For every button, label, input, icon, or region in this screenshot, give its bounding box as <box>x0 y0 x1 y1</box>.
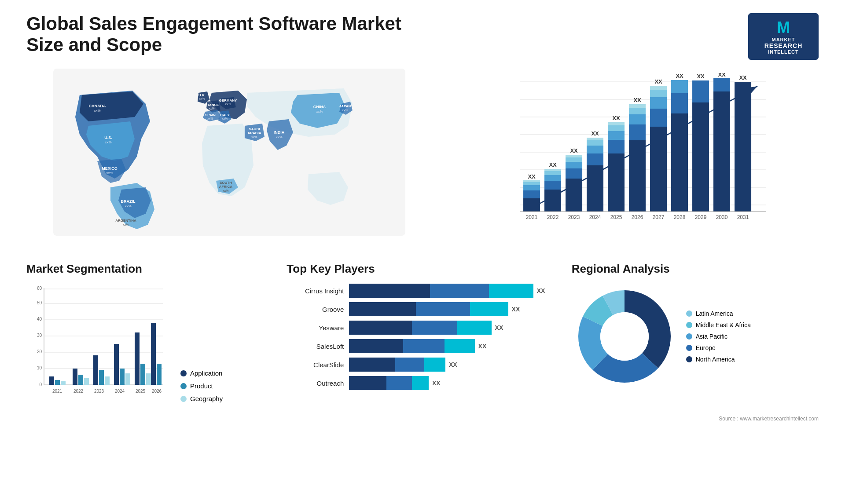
svg-text:2028: 2028 <box>674 214 686 220</box>
svg-rect-142 <box>140 364 145 385</box>
player-name-clearslide: ClearSlide <box>287 361 344 369</box>
svg-text:xx%: xx% <box>94 109 100 113</box>
legend-north-america: North America <box>686 356 751 363</box>
svg-rect-64 <box>587 140 603 146</box>
segmentation-chart: 0 10 20 30 40 50 60 <box>26 284 273 407</box>
svg-rect-138 <box>120 369 125 385</box>
player-name-yesware: Yesware <box>287 324 344 332</box>
legend-europe: Europe <box>686 344 751 351</box>
svg-rect-46 <box>523 182 540 185</box>
svg-rect-61 <box>587 165 603 212</box>
geography-dot <box>180 396 187 402</box>
header: Global Sales Engagement Software Market … <box>26 13 819 60</box>
player-row-groove: Groove XX <box>287 302 558 316</box>
svg-text:CHINA: CHINA <box>313 105 326 109</box>
middle-east-dot <box>686 322 692 328</box>
svg-text:xx%: xx% <box>276 135 282 139</box>
svg-rect-133 <box>93 355 98 385</box>
legend-latin-america: Latin America <box>686 310 751 317</box>
svg-text:2023: 2023 <box>94 389 104 394</box>
svg-text:xx%: xx% <box>106 171 113 175</box>
svg-text:XX: XX <box>697 73 705 80</box>
svg-rect-127 <box>61 381 66 385</box>
svg-text:40: 40 <box>37 317 42 321</box>
svg-text:SAUDI: SAUDI <box>249 127 260 131</box>
svg-rect-92 <box>713 91 730 212</box>
svg-point-153 <box>600 312 649 361</box>
svg-text:2029: 2029 <box>695 214 707 220</box>
svg-text:xx%: xx% <box>342 109 348 112</box>
svg-rect-143 <box>146 373 151 385</box>
svg-rect-55 <box>566 179 582 212</box>
segmentation-svg: 0 10 20 30 40 50 60 <box>26 284 167 407</box>
svg-text:xx%: xx% <box>125 204 131 208</box>
svg-text:xx%: xx% <box>209 107 214 110</box>
svg-text:FRANCE: FRANCE <box>204 103 219 107</box>
logo-line1: MARKET <box>755 37 812 42</box>
application-dot <box>180 370 187 376</box>
product-dot <box>180 383 187 389</box>
svg-rect-137 <box>114 344 119 385</box>
player-bar-yesware: XX <box>349 321 558 335</box>
svg-text:2021: 2021 <box>52 389 62 394</box>
bottom-section: Market Segmentation 0 10 20 30 40 <box>26 262 819 407</box>
svg-text:GERMANY: GERMANY <box>219 99 238 102</box>
map-area: CANADA xx% U.S. xx% MEXICO xx% BRAZIL xx… <box>26 69 432 245</box>
svg-text:2024: 2024 <box>589 214 601 220</box>
logo-letter: M <box>755 18 812 37</box>
svg-text:XX: XX <box>591 130 599 137</box>
svg-rect-58 <box>566 157 582 162</box>
svg-rect-51 <box>544 175 561 181</box>
source-text: Source : www.marketresearchintellect.com <box>26 416 819 422</box>
svg-text:U.S.: U.S. <box>104 135 112 140</box>
player-row-cirrus: Cirrus Insight XX <box>287 284 558 298</box>
player-bar-salesloft: XX <box>349 339 558 353</box>
svg-text:50: 50 <box>37 300 42 305</box>
svg-text:0: 0 <box>39 382 42 387</box>
svg-rect-93 <box>713 78 730 91</box>
player-bar-cirrus: XX <box>349 284 558 298</box>
player-val-cirrus: XX <box>537 287 545 294</box>
svg-text:2023: 2023 <box>568 214 580 220</box>
player-val-salesloft: XX <box>478 343 487 350</box>
svg-rect-44 <box>523 190 540 198</box>
svg-text:2022: 2022 <box>547 214 559 220</box>
svg-rect-130 <box>78 375 83 385</box>
svg-text:xx%: xx% <box>123 223 129 226</box>
svg-rect-57 <box>566 162 582 168</box>
svg-text:xx%: xx% <box>316 110 323 113</box>
svg-text:xx%: xx% <box>207 117 213 120</box>
svg-text:XX: XX <box>528 173 536 180</box>
bar-chart-area: XX XX XX XX <box>450 69 819 245</box>
player-bar-groove: XX <box>349 302 558 316</box>
page: Global Sales Engagement Software Market … <box>0 0 845 504</box>
player-val-yesware: XX <box>495 324 503 331</box>
svg-rect-83 <box>650 86 667 90</box>
svg-text:ITALY: ITALY <box>220 113 230 117</box>
svg-text:INDIA: INDIA <box>274 130 285 135</box>
latin-america-dot <box>686 310 692 317</box>
svg-rect-68 <box>608 140 625 153</box>
svg-text:BRAZIL: BRAZIL <box>121 199 135 204</box>
svg-rect-65 <box>587 138 603 140</box>
svg-text:2026: 2026 <box>152 389 162 394</box>
europe-label: Europe <box>696 344 716 351</box>
svg-text:XX: XX <box>549 161 557 168</box>
top-section: CANADA xx% U.S. xx% MEXICO xx% BRAZIL xx… <box>26 69 819 245</box>
player-val-outreach: XX <box>432 380 441 387</box>
svg-rect-56 <box>566 168 582 179</box>
svg-rect-52 <box>544 171 561 175</box>
svg-rect-59 <box>566 155 582 157</box>
application-label: Application <box>190 369 222 377</box>
geography-label: Geography <box>190 395 223 402</box>
svg-text:2031: 2031 <box>737 214 749 220</box>
svg-rect-90 <box>692 80 709 102</box>
player-val-clearslide: XX <box>449 361 457 368</box>
svg-text:xx%: xx% <box>225 102 231 106</box>
svg-text:30: 30 <box>37 333 42 338</box>
svg-rect-71 <box>608 122 625 125</box>
world-map: CANADA xx% U.S. xx% MEXICO xx% BRAZIL xx… <box>26 69 432 236</box>
svg-rect-129 <box>73 369 77 385</box>
svg-text:JAPAN: JAPAN <box>339 104 351 108</box>
svg-text:AFRICA: AFRICA <box>219 185 232 189</box>
